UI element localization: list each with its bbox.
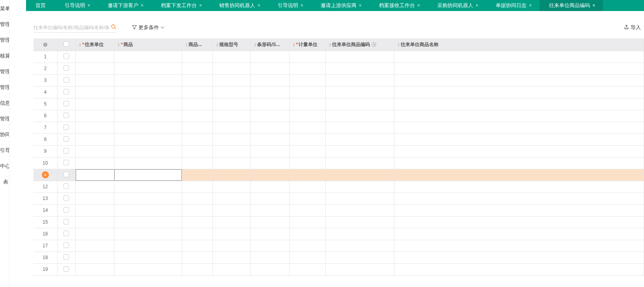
column-header-uom[interactable]: ▲▼*计量单位 xyxy=(289,39,325,51)
cell-chk[interactable] xyxy=(57,98,75,110)
cell-chk[interactable] xyxy=(57,240,75,252)
table-row[interactable]: 9 xyxy=(34,145,644,157)
add-row-button[interactable]: + xyxy=(42,171,49,178)
row-checkbox[interactable] xyxy=(63,54,69,59)
tab[interactable]: 采购协同机器人× xyxy=(428,0,486,11)
tab[interactable]: 邀请下游客户× xyxy=(98,0,151,11)
row-checkbox[interactable] xyxy=(63,231,69,236)
more-filter-button[interactable]: 更多条件 xyxy=(132,24,164,31)
close-icon[interactable]: × xyxy=(141,3,144,8)
tab[interactable]: 档案接收工作台× xyxy=(370,0,428,11)
help-icon[interactable]: ? xyxy=(371,42,376,47)
sidebar-item[interactable]: 菜单 xyxy=(0,1,9,17)
sidebar-item[interactable]: 管理 xyxy=(0,64,9,80)
cell-chk[interactable] xyxy=(57,216,75,228)
search-icon[interactable] xyxy=(111,24,116,31)
cell-chk[interactable] xyxy=(57,145,75,157)
row-checkbox[interactable] xyxy=(63,195,69,201)
sidebar-item[interactable]: 管理 xyxy=(0,80,9,95)
cell-chk[interactable] xyxy=(57,169,75,181)
close-icon[interactable]: × xyxy=(301,3,303,8)
table-row[interactable]: 8 xyxy=(34,133,644,145)
cell-chk[interactable] xyxy=(57,228,75,240)
close-icon[interactable]: × xyxy=(199,3,202,8)
close-icon[interactable]: × xyxy=(88,3,90,8)
sidebar-item[interactable]: 管理 xyxy=(0,111,9,127)
cell-chk[interactable] xyxy=(57,157,75,169)
table-row[interactable]: 7 xyxy=(34,122,644,133)
cell-chk[interactable] xyxy=(57,133,75,145)
sidebar-item[interactable]: 核算 xyxy=(0,48,9,64)
row-checkbox[interactable] xyxy=(63,136,69,142)
table-row[interactable]: 4 xyxy=(34,86,644,98)
sidebar-item[interactable]: 信息 xyxy=(0,95,9,111)
search-input[interactable] xyxy=(34,25,109,30)
close-icon[interactable]: × xyxy=(529,3,532,8)
sidebar-item[interactable]: 协同 xyxy=(0,127,9,143)
tab[interactable]: 引导说明× xyxy=(268,0,311,11)
row-checkbox[interactable] xyxy=(63,183,69,189)
row-checkbox[interactable] xyxy=(63,101,69,106)
select-all-checkbox[interactable] xyxy=(63,41,69,47)
cell-chk[interactable] xyxy=(57,86,75,98)
row-checkbox[interactable] xyxy=(63,266,69,272)
close-icon[interactable]: × xyxy=(417,3,420,8)
cell-chk[interactable] xyxy=(57,51,75,63)
cell-chk[interactable] xyxy=(57,63,75,74)
sidebar-item[interactable]: 表 xyxy=(0,174,9,190)
row-checkbox[interactable] xyxy=(63,160,69,165)
table-row[interactable]: 17 xyxy=(34,240,644,252)
cell-chk[interactable] xyxy=(57,122,75,133)
column-header-product[interactable]: ▲▼*商品 xyxy=(114,39,182,51)
tab[interactable]: 往来单位商品编码× xyxy=(539,0,603,11)
sidebar-item[interactable]: 管理 xyxy=(0,17,9,32)
table-row[interactable]: 3 xyxy=(34,74,644,86)
table-row[interactable]: 16 xyxy=(34,228,644,240)
row-checkbox[interactable] xyxy=(63,124,69,130)
cell-input-product[interactable] xyxy=(114,169,182,181)
cell-chk[interactable] xyxy=(57,263,75,275)
row-checkbox[interactable] xyxy=(63,254,69,260)
sidebar-item[interactable]: 管理 xyxy=(0,32,9,48)
table-row[interactable]: 5 xyxy=(34,98,644,110)
tab[interactable]: 邀请上游供应商× xyxy=(311,0,370,11)
tab[interactable]: 引导说明× xyxy=(55,0,98,11)
column-header-barcode[interactable]: ▲▼条形码/S... xyxy=(250,39,289,51)
tab[interactable]: 销售协同机器人× xyxy=(210,0,268,11)
sidebar-item[interactable]: 中心 xyxy=(0,158,9,174)
tab[interactable]: 首页 xyxy=(26,0,55,11)
table-row[interactable]: 14 xyxy=(34,204,644,216)
table-row[interactable]: 2 xyxy=(34,63,644,74)
column-header-name[interactable]: ▲▼往来单位商品名称 xyxy=(394,39,644,51)
cell-chk[interactable] xyxy=(57,110,75,122)
table-row[interactable]: 15 xyxy=(34,216,644,228)
row-checkbox[interactable] xyxy=(63,243,69,248)
row-checkbox[interactable] xyxy=(63,207,69,213)
row-checkbox[interactable] xyxy=(63,89,69,94)
export-button[interactable]: 导入 xyxy=(624,24,641,31)
row-checkbox[interactable] xyxy=(63,172,69,177)
table-row[interactable]: 13 xyxy=(34,193,644,204)
table-row[interactable]: + xyxy=(34,169,644,181)
column-header-spec[interactable]: ▲▼规格型号 xyxy=(213,39,250,51)
table-row[interactable]: 10 xyxy=(34,157,644,169)
column-header-pnum[interactable]: ▲▼商品... xyxy=(182,39,213,51)
row-checkbox[interactable] xyxy=(63,148,69,154)
close-icon[interactable]: × xyxy=(476,3,478,8)
cell-input-unit[interactable] xyxy=(76,169,114,181)
cell-chk[interactable] xyxy=(57,193,75,204)
cell-chk[interactable] xyxy=(57,252,75,263)
table-row[interactable]: 18 xyxy=(34,252,644,263)
table-row[interactable]: 6 xyxy=(34,110,644,122)
cell-chk[interactable] xyxy=(57,181,75,193)
table-row[interactable]: 19 xyxy=(34,263,644,275)
sidebar-item[interactable]: 引导 xyxy=(0,143,9,158)
row-checkbox[interactable] xyxy=(63,65,69,71)
close-icon[interactable]: × xyxy=(592,3,595,8)
gear-icon[interactable]: ⚙ xyxy=(43,42,48,48)
close-icon[interactable]: × xyxy=(359,3,362,8)
table-row[interactable]: 12 xyxy=(34,181,644,193)
table-row[interactable]: 1 xyxy=(34,51,644,63)
tab[interactable]: 单据协同日志× xyxy=(486,0,539,11)
row-checkbox[interactable] xyxy=(63,113,69,118)
